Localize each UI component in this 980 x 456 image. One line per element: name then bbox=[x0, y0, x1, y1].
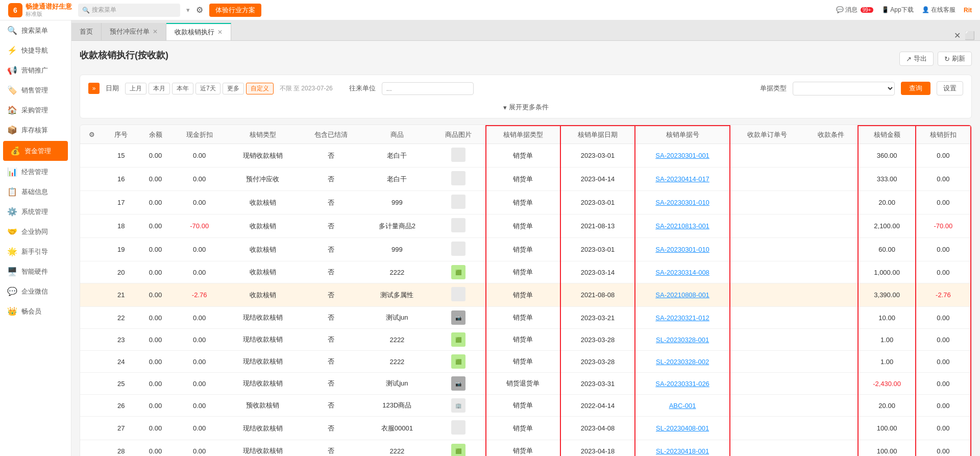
sidebar-item-guide[interactable]: 🌟 新手引导 bbox=[0, 242, 71, 261]
cell-verify-bill-no[interactable]: SL-20230418-001 bbox=[635, 440, 730, 457]
sidebar-item-sales[interactable]: 🏷️ 销售管理 bbox=[0, 80, 71, 100]
cell-receipt-order-no bbox=[730, 261, 804, 283]
data-table-wrapper: ⚙ 序号 余额 现金折扣 核销类型 包含已结清 商品 商品图片 核销单据类型 核… bbox=[80, 125, 972, 456]
lightning-icon: ⚡ bbox=[7, 45, 17, 55]
cell-verify-type: 收款核销 bbox=[226, 214, 299, 238]
cell-verify-bill-no[interactable]: SA-20230301-010 bbox=[635, 238, 730, 261]
tab-home[interactable]: 首页 bbox=[71, 23, 102, 40]
app-download-btn[interactable]: 📱 App下载 bbox=[881, 6, 914, 14]
sidebar-item-system[interactable]: ⚙️ 系统管理 bbox=[0, 202, 71, 222]
tab-prepay-close[interactable]: ✕ bbox=[153, 28, 158, 35]
sidebar-item-basic[interactable]: 📋 基础信息 bbox=[0, 182, 71, 202]
monitor-icon: 🖥️ bbox=[7, 267, 17, 276]
table-row: 25 0.00 0.00 现结收款核销 否 测试jun 📷 销货退货单 2023… bbox=[80, 373, 971, 395]
date-btn-custom[interactable]: 自定义 bbox=[246, 83, 274, 94]
cell-seq: 25 bbox=[104, 373, 138, 395]
export-icon: ↗ bbox=[906, 55, 912, 63]
tab-home-label: 首页 bbox=[80, 27, 93, 36]
cell-verify-type: 收款核销 bbox=[226, 238, 299, 261]
cell-verify-bill-no[interactable]: SA-20230331-026 bbox=[635, 373, 730, 395]
cell-verify-bill-no[interactable]: ABC-001 bbox=[635, 395, 730, 417]
cell-goods-img bbox=[431, 167, 486, 191]
col-settings-header[interactable]: ⚙ bbox=[80, 126, 104, 144]
refresh-btn[interactable]: ↻ 刷新 bbox=[938, 52, 972, 66]
cell-balance: 0.00 bbox=[138, 329, 173, 351]
sidebar-item-business[interactable]: 📊 经营管理 bbox=[0, 162, 71, 182]
sidebar-item-marketing[interactable]: 📢 营销推广 bbox=[0, 60, 71, 80]
cell-goods-img bbox=[431, 144, 486, 167]
search-box[interactable]: 🔍 搜索菜单 bbox=[78, 4, 180, 17]
table-row: 28 0.00 0.00 现结收款核销 否 2222 🟩 销货单 2023-04… bbox=[80, 440, 971, 457]
table-row: 23 0.00 0.00 现结收款核销 否 2222 🟩 销货单 2023-03… bbox=[80, 329, 971, 351]
partner-input[interactable] bbox=[382, 82, 474, 95]
chart-icon: 📊 bbox=[7, 167, 17, 177]
cell-verify-amount: 1,000.00 bbox=[858, 261, 915, 283]
cell-verify-bill-no[interactable]: SA-20210813-001 bbox=[635, 214, 730, 238]
cell-verify-bill-no[interactable]: SA-20230314-008 bbox=[635, 261, 730, 283]
gear-icon[interactable]: ⚙ bbox=[196, 5, 203, 15]
cell-receipt-condition bbox=[804, 373, 859, 395]
sidebar-item-finance[interactable]: 💰 资金管理 bbox=[3, 141, 68, 161]
partner-label: 往来单位 bbox=[349, 84, 376, 93]
query-btn[interactable]: 查询 bbox=[901, 82, 930, 95]
cell-verify-discount: 0.00 bbox=[916, 307, 971, 329]
cell-verify-type: 收款核销 bbox=[226, 191, 299, 214]
cell-verify-bill-no[interactable]: SL-20230328-001 bbox=[635, 329, 730, 351]
tab-receipt-label: 收款核销执行 bbox=[175, 28, 214, 37]
message-btn[interactable]: 💬 消息 99+ bbox=[836, 6, 873, 14]
date-btn-7days[interactable]: 近7天 bbox=[195, 83, 220, 94]
cell-cash-discount: 0.00 bbox=[173, 191, 226, 214]
export-btn[interactable]: ↗ 导出 bbox=[899, 52, 934, 66]
cell-verify-bill-type: 销货退货单 bbox=[486, 373, 560, 395]
cell-verify-bill-no[interactable]: SA-20230414-017 bbox=[635, 167, 730, 191]
sidebar-item-inventory[interactable]: 📦 库存核算 bbox=[0, 120, 71, 140]
sidebar-item-label: 智能硬件 bbox=[21, 267, 48, 276]
cell-verify-bill-no[interactable]: SA-20230301-010 bbox=[635, 191, 730, 214]
date-btn-this-month[interactable]: 本月 bbox=[149, 83, 170, 94]
settings-btn[interactable]: 设置 bbox=[937, 81, 963, 95]
sidebar-item-purchase[interactable]: 🏠 采购管理 bbox=[0, 100, 71, 120]
cell-goods-img: 📷 bbox=[431, 307, 486, 329]
user-avatar[interactable]: Rit bbox=[964, 7, 972, 14]
date-btn-this-year[interactable]: 本年 bbox=[172, 83, 193, 94]
date-btn-last-month[interactable]: 上月 bbox=[125, 83, 146, 94]
date-buttons: 上月 本月 本年 近7天 更多 自定义 bbox=[125, 83, 274, 94]
filter-expand-toggle[interactable]: » bbox=[88, 83, 100, 94]
sidebar-item-search[interactable]: 🔍 搜索菜单 bbox=[0, 20, 71, 40]
tab-receipt[interactable]: 收款核销执行 ✕ bbox=[166, 23, 231, 40]
close-window-icon[interactable]: ✕ bbox=[954, 31, 961, 40]
cell-cash-discount: 0.00 bbox=[173, 351, 226, 373]
sidebar-item-member[interactable]: 👑 畅会员 bbox=[0, 301, 71, 321]
cell-cash-discount: 0.00 bbox=[173, 307, 226, 329]
expand-more-btn[interactable]: ▾ 展开更多条件 bbox=[503, 103, 549, 112]
cell-receipt-order-no bbox=[730, 167, 804, 191]
sidebar-item-shortcuts[interactable]: ⚡ 快捷导航 bbox=[0, 40, 71, 60]
cell-balance: 0.00 bbox=[138, 214, 173, 238]
industry-btn[interactable]: 体验行业方案 bbox=[209, 4, 261, 17]
sidebar-item-wechat[interactable]: 💬 企业微信 bbox=[0, 281, 71, 301]
cell-verify-bill-no[interactable]: SA-20230301-001 bbox=[635, 144, 730, 167]
cell-verify-bill-type: 销货单 bbox=[486, 238, 560, 261]
date-btn-more[interactable]: 更多 bbox=[223, 83, 244, 94]
cell-verify-bill-type: 销货单 bbox=[486, 417, 560, 440]
cell-included-settled: 否 bbox=[299, 329, 362, 351]
cell-verify-bill-no[interactable]: SL-20230328-002 bbox=[635, 351, 730, 373]
cell-goods: 999 bbox=[363, 191, 432, 214]
sidebar-item-hardware[interactable]: 🖥️ 智能硬件 bbox=[0, 261, 71, 281]
tab-prepay[interactable]: 预付冲应付单 ✕ bbox=[102, 23, 166, 40]
cell-verify-bill-no[interactable]: SA-20210808-001 bbox=[635, 283, 730, 307]
online-service-btn[interactable]: 👤 在线客服 bbox=[922, 6, 955, 14]
bill-type-select[interactable] bbox=[793, 82, 895, 95]
maximize-icon[interactable]: ⬜ bbox=[965, 31, 975, 40]
cell-verify-bill-no[interactable]: SA-20230321-012 bbox=[635, 307, 730, 329]
cell-goods-img: 🟩 bbox=[431, 440, 486, 457]
cell-verify-discount: 0.00 bbox=[916, 238, 971, 261]
cell-verify-bill-no[interactable]: SL-20230408-001 bbox=[635, 417, 730, 440]
sidebar-item-label: 资金管理 bbox=[24, 147, 51, 156]
sidebar-item-enterprise[interactable]: 🤝 企业协同 bbox=[0, 222, 71, 242]
tab-receipt-close[interactable]: ✕ bbox=[217, 29, 223, 36]
cell-verify-amount: 1.00 bbox=[858, 329, 915, 351]
handshake-icon: 🤝 bbox=[7, 227, 17, 236]
cell-included-settled: 否 bbox=[299, 144, 362, 167]
settings-icon[interactable]: ⚙ bbox=[89, 131, 95, 138]
